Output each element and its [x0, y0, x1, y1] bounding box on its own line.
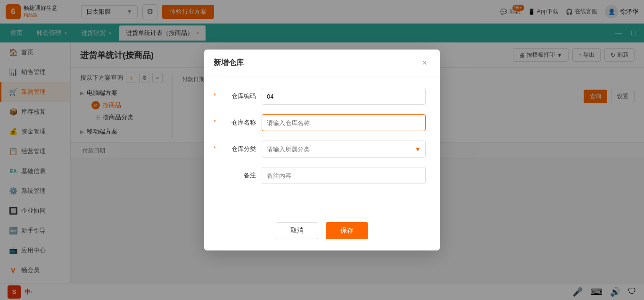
remark-input[interactable]: [262, 167, 426, 184]
category-label: 仓库分类: [218, 145, 256, 153]
modal-body: 仓库编码 仓库名称 仓库分类 ▼ 备注: [204, 76, 440, 205]
modal-close-button[interactable]: ×: [419, 57, 430, 68]
form-row-code: 仓库编码: [218, 88, 426, 105]
category-select-wrap: ▼: [262, 141, 426, 158]
save-button[interactable]: 保存: [326, 222, 368, 239]
name-label: 仓库名称: [218, 118, 256, 127]
modal-overlay: 新增仓库 × 仓库编码 仓库名称 仓库分类 ▼ 备注: [0, 0, 644, 300]
code-label: 仓库编码: [218, 92, 256, 100]
modal-footer: 取消 保存: [204, 215, 440, 250]
form-row-category: 仓库分类 ▼: [218, 141, 426, 158]
modal-header: 新增仓库 ×: [204, 50, 440, 76]
modal-divider: [204, 205, 440, 205]
modal-title: 新增仓库: [214, 58, 244, 68]
warehouse-code-input[interactable]: [262, 88, 426, 105]
new-warehouse-modal: 新增仓库 × 仓库编码 仓库名称 仓库分类 ▼ 备注: [204, 50, 440, 250]
category-select-input[interactable]: [262, 141, 426, 158]
cancel-button[interactable]: 取消: [276, 222, 318, 239]
warehouse-name-input[interactable]: [262, 114, 426, 131]
form-row-name: 仓库名称: [218, 114, 426, 131]
form-row-remark: 备注: [218, 167, 426, 184]
remark-label: 备注: [218, 171, 256, 180]
